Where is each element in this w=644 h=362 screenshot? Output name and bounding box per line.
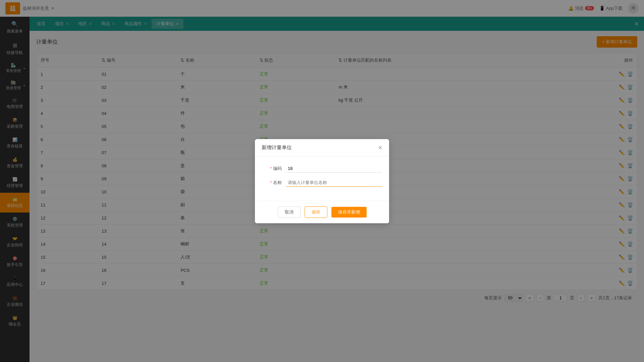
code-input[interactable] bbox=[286, 165, 382, 173]
add-measure-unit-modal: 新增计量单位 ✕ 编码 名称 取消 保存 保存并新增 bbox=[255, 139, 389, 223]
form-row-code: 编码 bbox=[262, 165, 382, 173]
cancel-button[interactable]: 取消 bbox=[278, 206, 301, 218]
modal-header: 新增计量单位 ✕ bbox=[255, 139, 389, 157]
code-label: 编码 bbox=[262, 166, 282, 172]
save-and-new-button[interactable]: 保存并新增 bbox=[331, 207, 367, 218]
form-row-name: 名称 bbox=[262, 179, 382, 187]
save-button[interactable]: 保存 bbox=[305, 206, 327, 218]
name-input[interactable] bbox=[286, 179, 382, 187]
modal-overlay[interactable]: 新增计量单位 ✕ 编码 名称 取消 保存 保存并新增 bbox=[0, 0, 644, 362]
modal-close-btn[interactable]: ✕ bbox=[378, 144, 382, 151]
name-label: 名称 bbox=[262, 180, 282, 186]
modal-title: 新增计量单位 bbox=[262, 144, 292, 151]
modal-footer: 取消 保存 保存并新增 bbox=[255, 201, 389, 223]
modal-body: 编码 名称 bbox=[255, 157, 389, 201]
